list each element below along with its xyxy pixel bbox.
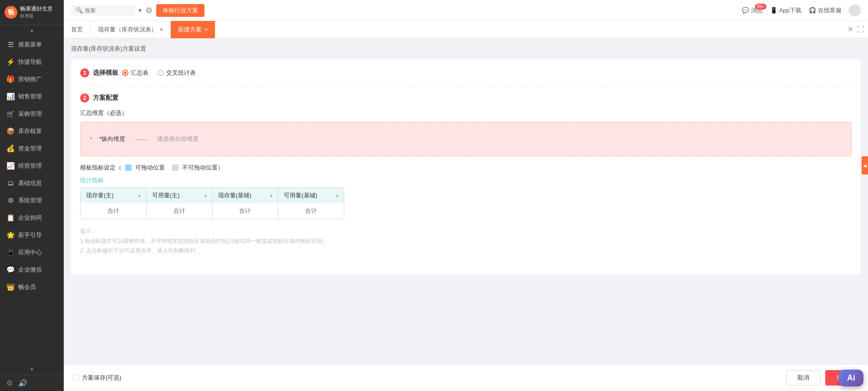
step2-header: 2 方案配置 — [80, 93, 852, 103]
purchase-icon: 🛒 — [6, 110, 15, 118]
settings-icon[interactable]: ⚙ — [6, 379, 13, 387]
sidebar-item-inventory[interactable]: 📦 库存核算 — [0, 123, 64, 140]
sidebar-item-operations[interactable]: 📈 经营管理 — [0, 157, 64, 175]
message-icon: 💬 — [742, 7, 749, 14]
message-item[interactable]: 💬 消息 99+ — [742, 6, 763, 15]
tabs-bar: 首页 现存量（库存状况表） × 新建方案 × ✕ ⛶ — [64, 21, 868, 38]
tips-area: 提示： 1.拖动标题栏可以调整布局，不可跨维度或指标区域拖动栏目(只能在同一维度… — [80, 226, 852, 256]
cancel-button[interactable]: 取消 — [786, 370, 821, 386]
trial-btn[interactable]: 体验行业方案 — [156, 4, 204, 17]
user-avatar[interactable] — [849, 5, 861, 16]
search-menu-icon: ☰ — [6, 41, 15, 49]
topbar-left: 🔍 ▾ ⚙ 体验行业方案 — [71, 4, 204, 17]
sidebar-item-finance[interactable]: 💰 资金管理 — [0, 140, 64, 157]
app-download-item[interactable]: 📱 App下载 — [770, 6, 802, 15]
sidebar-item-label: 快捷导航 — [18, 58, 42, 66]
contract-icon: 📋 — [6, 214, 15, 222]
settings-panel: 1 选择模板 汇总表 交叉统计表 — [71, 59, 861, 274]
tips-title: 提示： — [80, 226, 852, 237]
ai-fab-button[interactable]: Ai — [839, 370, 863, 386]
stats-body-1: 合计 — [81, 203, 147, 219]
wechat-icon: 💬 — [6, 266, 15, 274]
sidebar-item-marketing[interactable]: 🎁 营销推广 — [0, 71, 64, 88]
sidebar-item-wechat[interactable]: 💬 企业微信 — [0, 261, 64, 278]
chevron-down-icon-4: ▾ — [336, 193, 338, 198]
footer-save-option: 方案保存(可选) — [73, 374, 122, 382]
sidebar-bottom: ⚙ 🔊 — [0, 375, 64, 391]
stats-col-4[interactable]: 可用量(基辅) ▾ — [278, 188, 344, 203]
sidebar-item-label: 新手引导 — [18, 231, 42, 239]
tip-2: 2. 点击标题栏下拉可设置排序、插入列和删除列 — [80, 246, 852, 256]
save-label: 方案保存(可选) — [82, 374, 122, 382]
stats-col-3[interactable]: 现存量(基辅) ▾ — [213, 188, 279, 203]
dim-required-asterisk: * — [90, 136, 92, 143]
message-badge: 99+ — [755, 4, 766, 10]
radio-summary-circle — [122, 70, 128, 76]
sidebar-item-search-menu[interactable]: ☰ 搜索菜单 — [0, 36, 64, 53]
tab-close-all-icon[interactable]: ✕ — [848, 25, 853, 34]
template-radio-group: 汇总表 交叉统计表 — [122, 69, 196, 77]
tab-expand-icon[interactable]: ⛶ — [857, 26, 864, 34]
tab-inventory-close-icon[interactable]: × — [160, 26, 163, 33]
radio-cross[interactable]: 交叉统计表 — [158, 69, 196, 77]
gear-icon[interactable]: ⚙ — [145, 5, 153, 15]
sidebar-item-membership[interactable]: 👑 畅会员 — [0, 278, 64, 296]
radio-summary[interactable]: 汇总表 — [122, 69, 148, 77]
tab-new-scheme-close-icon[interactable]: × — [204, 26, 208, 33]
appstore-icon: 📱 — [6, 248, 15, 257]
sidebar-item-label: 销售管理 — [18, 93, 42, 101]
immovable-badge — [172, 165, 179, 171]
sidebar-scroll-down[interactable]: ▼ — [27, 365, 36, 373]
sidebar-item-appstore[interactable]: 📱 应用中心 — [0, 244, 64, 261]
online-service-label: 在线客服 — [818, 6, 842, 15]
sidebar-item-label: 库存核算 — [18, 127, 42, 135]
speaker-icon[interactable]: 🔊 — [18, 379, 27, 387]
sidebar-scroll-up[interactable]: ▲ — [27, 27, 36, 34]
step2-num: 2 — [80, 93, 89, 103]
sidebar-item-shortcut[interactable]: ⚡ 快捷导航 — [0, 53, 64, 71]
chevron-down-icon-3: ▾ — [270, 193, 272, 198]
step2-label: 方案配置 — [93, 94, 118, 102]
sidebar-item-label: 资金管理 — [18, 144, 42, 153]
search-input[interactable] — [85, 7, 130, 14]
dim-placeholder[interactable]: 请选择分组维度 — [157, 135, 199, 143]
tab-new-scheme[interactable]: 新建方案 × — [171, 21, 215, 38]
app-edition: 标准版 — [20, 13, 53, 19]
headset-icon: 🎧 — [809, 7, 816, 14]
save-checkbox[interactable] — [73, 375, 79, 381]
sidebar-item-basic[interactable]: 🗂 基础信息 — [0, 175, 64, 192]
step2-section: 2 方案配置 汇总维度（必选） * *纵向维度 —— 请选择分组维度 模板指标设… — [80, 93, 852, 256]
right-collapse-handle[interactable]: ◀ — [862, 156, 868, 175]
operations-icon: 📈 — [6, 162, 15, 170]
sidebar-item-label: 畅会员 — [18, 283, 36, 291]
sidebar-item-purchase[interactable]: 🛒 采购管理 — [0, 105, 64, 123]
sidebar-item-sales[interactable]: 📊 销售管理 — [0, 88, 64, 105]
stats-col-1[interactable]: 现存量(主) ▾ — [81, 188, 147, 203]
shortcut-icon: ⚡ — [6, 58, 15, 66]
sidebar-item-label: 应用中心 — [18, 248, 42, 257]
stats-col-2[interactable]: 可用量(主) ▾ — [147, 188, 213, 203]
stats-table-header: 现存量(主) ▾ 可用量(主) ▾ 现存量(基辅) ▾ 可用量(基辅) — [81, 188, 344, 203]
sidebar-item-system[interactable]: ⚙ 系统管理 — [0, 192, 64, 209]
step1-num: 1 — [80, 68, 89, 77]
dim-vertical-label: *纵向维度 — [99, 135, 125, 143]
sidebar-item-label: 搜索菜单 — [18, 41, 42, 49]
stats-body-3: 合计 — [213, 203, 279, 219]
topbar-dropdown[interactable]: ▾ — [138, 7, 142, 14]
movable-badge — [125, 165, 132, 171]
topbar-right: 💬 消息 99+ 📱 App下载 🎧 在线客服 — [742, 5, 861, 16]
sidebar-item-label: 系统管理 — [18, 196, 42, 205]
stats-body-4: 合计 — [278, 203, 344, 219]
sales-icon: 📊 — [6, 93, 15, 101]
sidebar-item-contract[interactable]: 📋 企业协同 — [0, 209, 64, 226]
sidebar-item-label: 企业微信 — [18, 266, 42, 274]
step1-section: 1 选择模板 汇总表 交叉统计表 — [80, 68, 852, 77]
sidebar-item-newguide[interactable]: 🌟 新手引导 — [0, 226, 64, 244]
online-service-item[interactable]: 🎧 在线客服 — [809, 6, 842, 15]
tab-inventory-status[interactable]: 现存量（库存状况表） × — [91, 21, 171, 38]
tab-home[interactable]: 首页 — [64, 21, 91, 38]
step1-label: 选择模板 — [93, 69, 118, 77]
basic-icon: 🗂 — [6, 179, 15, 187]
page-content: 现存量(库存状况表)方案设置 1 选择模板 汇总表 交叉统计表 — [64, 38, 868, 364]
newguide-icon: 🌟 — [6, 231, 15, 239]
